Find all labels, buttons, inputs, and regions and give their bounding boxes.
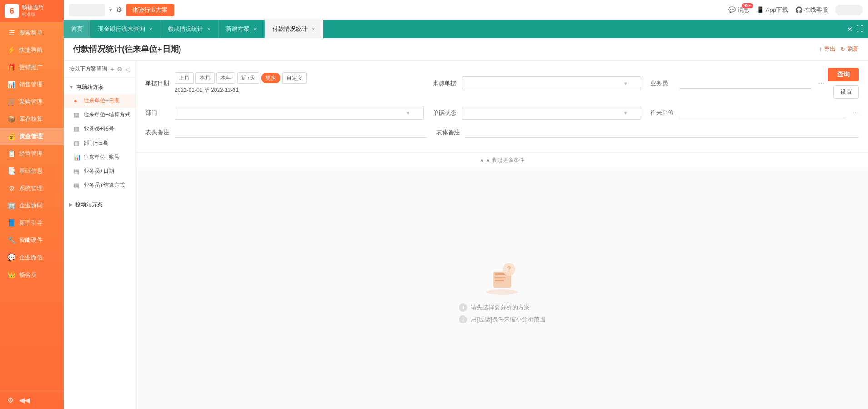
tab-close-all-icon[interactable]: ✕ — [847, 25, 853, 34]
search-menu-icon: ☰ — [7, 29, 15, 37]
tab-cash-flow[interactable]: 现金银行流水查询 ✕ — [90, 20, 160, 38]
tab-home[interactable]: 首页 — [64, 20, 90, 38]
filter-source-bill: 来源单据 ▾ — [433, 76, 641, 90]
user-avatar[interactable] — [835, 5, 863, 15]
query-area: 查询 设置 — [828, 68, 859, 99]
bill-status-select[interactable]: ▾ — [462, 106, 641, 120]
scheme-item-dept-date[interactable]: ▦ 部门+日期 — [64, 136, 136, 150]
inventory-icon: 📦 — [7, 115, 15, 123]
filter-bill-date: 单据日期 上月 本月 本年 近7天 更多 自定义 — [145, 72, 424, 94]
setting-btn[interactable]: 设置 — [833, 85, 859, 99]
finance-icon: 💰 — [7, 132, 15, 141]
scheme-settings-icon[interactable]: ⚙ — [117, 66, 123, 73]
date-btn-more[interactable]: 更多 — [261, 73, 280, 83]
service-icon: 🎧 — [795, 6, 803, 13]
scheme-header-label: 按以下方案查询 — [69, 65, 107, 73]
refresh-label: 刷新 — [847, 45, 859, 53]
collapse-bar[interactable]: ∧ ∧ 收起更多条件 — [136, 152, 868, 168]
sidebar-item-purchase[interactable]: 🛒 采购管理 — [0, 93, 64, 111]
sidebar-item-sys-mgmt[interactable]: ⚙ 系统管理 — [0, 180, 64, 197]
main-area: ▾ ⚙ 体验行业方案 💬 消息 99+ 📱 App下载 🎧 在线客服 首页 — [64, 0, 868, 409]
sidebar-item-search-menu[interactable]: ☰ 搜索菜单 — [0, 24, 64, 41]
sidebar-item-label: 基础信息 — [19, 167, 43, 175]
topbar-gear-icon[interactable]: ⚙ — [116, 5, 122, 14]
topbar: ▾ ⚙ 体验行业方案 💬 消息 99+ 📱 App下载 🎧 在线客服 — [64, 0, 868, 20]
date-btn-this-month[interactable]: 本月 — [195, 72, 215, 84]
scheme-item-unit-account-icon: 📊 — [74, 154, 81, 161]
sidebar-item-wechat[interactable]: 💬 企业微信 — [0, 249, 64, 266]
sidebar-item-beginner[interactable]: 📘 新手引导 — [0, 214, 64, 232]
dept-label: 部门 — [145, 109, 171, 117]
empty-illustration: ? — [479, 253, 525, 299]
sidebar-item-member[interactable]: 👑 畅会员 — [0, 266, 64, 283]
scheme-item-unit-account[interactable]: 📊 往来单位+账号 — [64, 150, 136, 164]
sidebar-item-smart-hw[interactable]: 🔧 智能硬件 — [0, 232, 64, 249]
message-btn[interactable]: 💬 消息 99+ — [728, 6, 749, 14]
trial-btn[interactable]: 体验行业方案 — [126, 4, 174, 16]
date-btn-custom[interactable]: 自定义 — [282, 72, 307, 84]
unit-input[interactable] — [679, 107, 846, 118]
query-btn[interactable]: 查询 — [828, 68, 859, 81]
collapse-label: 收起更多条件 — [492, 157, 524, 164]
header-note-input[interactable] — [175, 127, 427, 138]
app-download-btn[interactable]: 📱 App下载 — [757, 6, 788, 14]
tab-cash-flow-close[interactable]: ✕ — [149, 26, 153, 32]
export-btn[interactable]: ↑ 导出 — [819, 45, 836, 53]
date-btn-last-7[interactable]: 近7天 — [237, 72, 259, 84]
tab-payment-stat-close[interactable]: ✕ — [311, 26, 315, 32]
dept-select[interactable]: ▾ — [175, 106, 424, 120]
online-service-btn[interactable]: 🎧 在线客服 — [795, 6, 828, 14]
sidebar-item-marketing[interactable]: 🎁 营销推广 — [0, 59, 64, 76]
sidebar-item-sales[interactable]: 📊 销售管理 — [0, 76, 64, 93]
sidebar-item-enterprise[interactable]: 🏢 企业协同 — [0, 197, 64, 214]
scheme-group-desktop-header[interactable]: ▼ 电脑端方案 — [64, 81, 136, 94]
scheme-item-unit-settle[interactable]: ▦ 往来单位+结算方式 — [64, 108, 136, 122]
sidebar-settings-icon[interactable]: ⚙ — [7, 396, 14, 404]
scheme-item-dept-date-icon: ▦ — [74, 140, 81, 146]
scheme-item-unit-date[interactable]: ● 往来单位+日期 — [64, 94, 136, 108]
scheme-item-staff-account[interactable]: ▦ 业务员+账号 — [64, 122, 136, 136]
sidebar-item-quick-nav[interactable]: ⚡ 快捷导航 — [0, 41, 64, 59]
unit-label: 往来单位 — [650, 109, 676, 117]
body-note-input[interactable] — [465, 127, 859, 138]
sidebar-item-inventory[interactable]: 📦 库存核算 — [0, 111, 64, 128]
scheme-item-staff-date[interactable]: ▦ 业务员+日期 — [64, 164, 136, 178]
tab-receivable[interactable]: 收款情况统计 ✕ — [160, 20, 219, 38]
scheme-item-staff-settle[interactable]: ▦ 业务员+结算方式 — [64, 178, 136, 192]
sidebar-item-operation[interactable]: 📋 经营管理 — [0, 145, 64, 162]
tab-expand-icon[interactable]: ⛶ — [856, 25, 863, 33]
sidebar-item-label: 资金管理 — [19, 132, 43, 141]
source-bill-select[interactable]: ▾ — [462, 76, 641, 90]
topbar-right: 💬 消息 99+ 📱 App下载 🎧 在线客服 — [728, 5, 863, 15]
sidebar-item-label: 库存核算 — [19, 115, 43, 123]
staff-label: 业务员 — [650, 79, 676, 87]
tab-receivable-close[interactable]: ✕ — [207, 26, 211, 32]
tip-num-1: 1 — [459, 303, 467, 312]
scheme-collapse-icon[interactable]: ◁ — [125, 66, 130, 73]
unit-ellipsis[interactable]: ··· — [853, 109, 859, 117]
tab-new-scheme-close[interactable]: ✕ — [253, 26, 257, 32]
company-dropdown-arrow[interactable]: ▾ — [109, 6, 112, 13]
sidebar-item-basic-info[interactable]: 📑 基础信息 — [0, 162, 64, 180]
enterprise-icon: 🏢 — [7, 202, 15, 210]
date-btn-this-year[interactable]: 本年 — [216, 72, 235, 84]
refresh-btn[interactable]: ↻ 刷新 — [840, 45, 859, 53]
sidebar-collapse-icon[interactable]: ◀◀ — [19, 396, 30, 404]
scheme-add-icon[interactable]: + — [110, 66, 114, 73]
tab-payment-stat[interactable]: 付款情况统计 ✕ — [265, 20, 323, 38]
tab-home-label: 首页 — [71, 25, 83, 33]
sidebar-item-label: 快捷导航 — [19, 46, 43, 54]
sys-mgmt-icon: ⚙ — [7, 184, 15, 192]
export-icon: ↑ — [819, 46, 823, 53]
scheme-group-mobile-header[interactable]: ▶ 移动端方案 — [64, 198, 136, 211]
empty-tip-1: 1 请先选择要分析的方案 — [459, 303, 545, 312]
tab-new-scheme[interactable]: 新建方案 ✕ — [219, 20, 265, 38]
staff-ellipsis[interactable]: ··· — [818, 79, 824, 87]
date-btn-last-month[interactable]: 上月 — [175, 72, 194, 84]
staff-input[interactable] — [679, 78, 811, 89]
scheme-item-label: 业务员+日期 — [84, 167, 114, 175]
dept-arrow: ▾ — [407, 110, 409, 116]
sidebar-item-finance[interactable]: 💰 资金管理 — [0, 128, 64, 145]
company-selector[interactable] — [69, 4, 105, 16]
beginner-icon: 📘 — [7, 219, 15, 227]
